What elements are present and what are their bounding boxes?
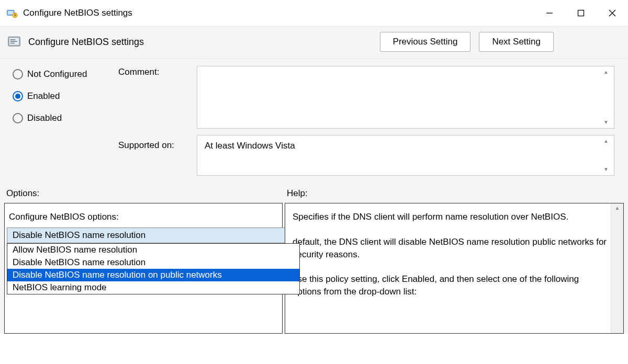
dropdown-item[interactable]: Disable NetBIOS name resolution on publi… (7, 269, 299, 281)
scroll-up-icon[interactable]: ▲ (611, 206, 623, 211)
help-pane: Specifies if the DNS client will perform… (285, 203, 624, 334)
scroll-up-icon[interactable]: ▲ (601, 139, 611, 144)
panes: Configure NetBIOS options: Disable NetBI… (0, 203, 628, 334)
help-paragraph: use this policy setting, click Enabled, … (293, 273, 607, 298)
options-header: Options: (6, 188, 287, 199)
settings-area: Not Configured Enabled Disabled Comment:… (0, 59, 628, 176)
close-button[interactable] (597, 0, 628, 26)
window-title: Configure NetBIOS settings (23, 8, 534, 18)
previous-setting-button[interactable]: Previous Setting (380, 32, 471, 52)
titlebar: Configure NetBIOS settings (0, 0, 628, 26)
radio-label: Enabled (27, 91, 60, 101)
netbios-options-dropdown[interactable]: Disable NetBIOS name resolution Allow Ne… (7, 228, 300, 243)
comment-textarea[interactable]: ▲ ▼ (197, 66, 614, 129)
scroll-down-icon[interactable]: ▼ (601, 120, 611, 125)
scroll-up-icon[interactable]: ▲ (601, 70, 611, 75)
header-row: Configure NetBIOS settings Previous Sett… (0, 26, 628, 59)
options-pane: Configure NetBIOS options: Disable NetBI… (4, 203, 283, 334)
svg-rect-4 (578, 10, 584, 16)
help-scrollbar[interactable]: ▲ (611, 203, 623, 333)
minimize-button[interactable] (534, 0, 565, 26)
radio-icon (13, 69, 23, 79)
radio-icon (13, 91, 23, 101)
dropdown-selected[interactable]: Disable NetBIOS name resolution (7, 228, 300, 243)
scroll-down-icon[interactable]: ▼ (601, 167, 611, 172)
svg-rect-9 (10, 39, 16, 40)
supported-on-field: At least Windows Vista ▲ ▼ (197, 135, 614, 176)
help-paragraph: default, the DNS client will disable Net… (293, 236, 607, 261)
policy-title: Configure NetBIOS settings (28, 37, 380, 48)
radio-enabled[interactable]: Enabled (13, 91, 118, 101)
dropdown-item[interactable]: Allow NetBIOS name resolution (7, 244, 299, 256)
options-caption: Configure NetBIOS options: (9, 212, 278, 222)
dropdown-item[interactable]: Disable NetBIOS name resolution (7, 256, 299, 269)
status-radio-group: Not Configured Enabled Disabled (8, 66, 118, 135)
supported-on-text: At least Windows Vista (205, 141, 295, 151)
window-controls (534, 0, 628, 26)
comment-label: Comment: (118, 66, 197, 77)
svg-rect-11 (10, 43, 15, 44)
panes-headers: Options: Help: (0, 176, 628, 203)
radio-disabled[interactable]: Disabled (13, 113, 118, 123)
radio-label: Not Configured (27, 69, 87, 79)
maximize-button[interactable] (565, 0, 597, 26)
policy-object-icon (6, 7, 18, 19)
next-setting-button[interactable]: Next Setting (479, 32, 554, 52)
nav-buttons: Previous Setting Next Setting (380, 32, 554, 52)
dropdown-item[interactable]: NetBIOS learning mode (7, 281, 299, 294)
radio-not-configured[interactable]: Not Configured (13, 69, 118, 79)
dropdown-list: Allow NetBIOS name resolution Disable Ne… (7, 243, 300, 294)
policy-setting-icon (7, 35, 21, 49)
help-header: Help: (287, 188, 622, 199)
svg-rect-10 (10, 41, 17, 42)
supported-on-label: Supported on: (118, 135, 197, 176)
radio-icon (13, 113, 23, 123)
help-paragraph: Specifies if the DNS client will perform… (293, 211, 607, 223)
radio-label: Disabled (27, 113, 62, 123)
